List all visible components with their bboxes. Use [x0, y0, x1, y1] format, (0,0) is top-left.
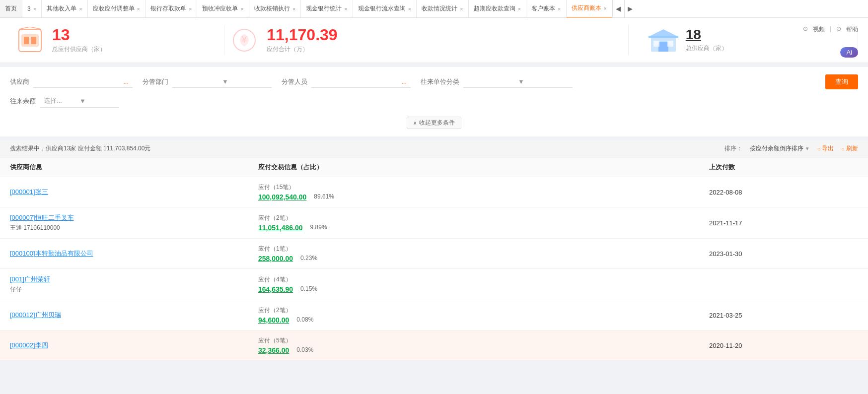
col-header-supplier: 供应商信息: [10, 163, 258, 172]
supplier-cell-1: [000001]张三: [10, 188, 258, 197]
sort-chevron-icon: ▼: [805, 146, 810, 151]
category-select[interactable]: ▼: [463, 76, 573, 88]
nav-tab-3[interactable]: 3 ×: [22, 0, 42, 18]
nav-tab-collect-stat[interactable]: 收款情况统计 ×: [417, 0, 468, 18]
payable-percent-3: 0.23%: [300, 255, 317, 262]
supplier-cell-6: [000002]李四: [10, 341, 258, 350]
collapse-up-icon: ∧: [413, 120, 417, 126]
payable-amount-5[interactable]: 94,600.00: [258, 316, 289, 324]
payable-label-6: 应付（5笔）: [258, 336, 709, 345]
nav-tab-advance-collect[interactable]: 预收冲应收单 ×: [197, 0, 249, 18]
help-link[interactable]: 帮助: [846, 25, 858, 34]
payable-label-4: 应付（4笔）: [258, 275, 709, 284]
department-select[interactable]: ▼: [172, 76, 272, 88]
nav-tab-cash-bank-flow[interactable]: 现金银行流水查询 ×: [353, 0, 417, 18]
filter-category: 往来单位分类 ▼: [421, 76, 573, 88]
supplier-icon: [15, 25, 45, 55]
nav-tab-other-income[interactable]: 其他收入单 ×: [42, 0, 87, 18]
nav-tab-ap-adjustment-close[interactable]: ×: [137, 6, 140, 12]
nav-tab-ap-adjustment[interactable]: 应收应付调整单 ×: [88, 0, 145, 18]
nav-tab-3-label: 3: [27, 5, 31, 12]
person-input[interactable]: [315, 78, 401, 85]
payable-label-3: 应付（1笔）: [258, 245, 709, 253]
balance-chevron-icon: ▼: [79, 97, 115, 105]
stat-amount-number: 11,170.39: [267, 27, 337, 43]
nav-tab-customer-account[interactable]: 客户账本 ×: [526, 0, 566, 18]
stat-amount-label: 应付合计（万）: [267, 45, 337, 54]
category-filter-label: 往来单位分类: [421, 77, 459, 86]
payable-amount-6[interactable]: 32,366.00: [258, 346, 289, 354]
last-payment-2: 2021-11-17: [709, 219, 858, 227]
export-label: 导出: [822, 144, 834, 153]
supplier-link-6[interactable]: [000002]李四: [10, 341, 258, 350]
nav-tab-collect-verify[interactable]: 收款核销执行 ×: [249, 0, 301, 18]
supplier-link-3[interactable]: [000100]本特勤油品有限公司: [10, 249, 258, 258]
nav-next-button[interactable]: ▶: [624, 0, 636, 18]
payable-amount-3[interactable]: 258,000.00: [258, 255, 293, 263]
supplier-link-4[interactable]: [001]广州荣轩: [10, 275, 258, 284]
nav-tab-cash-bank-flow-close[interactable]: ×: [408, 6, 411, 12]
svg-marker-7: [649, 29, 678, 37]
nav-tab-bank-deposit[interactable]: 银行存取款单 ×: [145, 0, 197, 18]
header-stats: 13 总应付供应商（家） ¥ 11,170.39 应付合计（万）: [0, 18, 868, 63]
sort-select[interactable]: 按应付余额倒序排序 ▼: [750, 144, 810, 153]
video-link[interactable]: 视频: [813, 25, 825, 34]
last-payment-1: 2022-08-08: [709, 189, 858, 196]
nav-tab-bank-deposit-close[interactable]: ×: [189, 6, 192, 12]
payable-amount-4[interactable]: 164,635.90: [258, 285, 293, 293]
table-row: [001]广州荣轩 仔仔 应付（4笔） 164,635.90 0.15%: [0, 269, 868, 300]
payable-info-2: 应付（2笔） 11,051,486.00 9.89%: [258, 214, 709, 232]
nav-tab-other-income-close[interactable]: ×: [79, 6, 82, 12]
table-header: 供应商信息 应付交易信息（占比） 上次付数: [0, 158, 868, 177]
balance-select[interactable]: 选择... ▼: [40, 94, 119, 108]
nav-tab-cash-bank-stat-close[interactable]: ×: [344, 6, 347, 12]
results-right: 排序： 按应付余额倒序排序 ▼ ○ 导出 ○ 刷新: [724, 144, 858, 153]
supplier-contact-4: 仔仔: [10, 285, 258, 294]
payable-row-6: 32,366.00 0.03%: [258, 345, 709, 354]
supplier-link-1[interactable]: [000001]张三: [10, 188, 258, 197]
person-dots-button[interactable]: ...: [401, 78, 407, 85]
nav-tab-advance-collect-close[interactable]: ×: [240, 6, 243, 12]
header-links: ⊙ 视频 | ⊙ 帮助: [803, 25, 858, 34]
nav-tab-home[interactable]: 首页: [0, 0, 22, 18]
results-summary: 搜索结果中，供应商13家 应付金额 111,703,854.00元: [10, 144, 150, 153]
export-icon: ○: [817, 146, 821, 152]
last-payment-5: 2021-03-25: [709, 312, 858, 319]
supplier-dots-button[interactable]: ...: [123, 78, 129, 85]
amount-icon: ¥: [229, 25, 259, 55]
nav-tab-collect-verify-close[interactable]: ×: [292, 6, 295, 12]
top-navigation: 首页 3 × 其他收入单 × 应收应付调整单 × 银行存取款单 × 预收冲应收单…: [0, 0, 868, 18]
refresh-button[interactable]: ○ 刷新: [841, 144, 858, 153]
payable-label-5: 应付（2笔）: [258, 306, 709, 315]
payable-info-1: 应付（15笔） 100,092,540.00 89.61%: [258, 183, 709, 201]
payable-percent-6: 0.03%: [296, 346, 313, 353]
nav-prev-button[interactable]: ◀: [612, 0, 624, 18]
nav-tab-3-close[interactable]: ×: [33, 6, 36, 12]
nav-tab-collect-stat-close[interactable]: ×: [460, 6, 463, 12]
refresh-label: 刷新: [846, 144, 858, 153]
nav-tab-supplier-account[interactable]: 供应商账本 ×: [567, 0, 612, 18]
nav-tab-supplier-account-close[interactable]: ×: [604, 5, 607, 11]
category-chevron-icon: ▼: [518, 78, 569, 85]
export-button[interactable]: ○ 导出: [817, 144, 834, 153]
payable-percent-5: 0.08%: [296, 316, 313, 323]
supplier-input[interactable]: [37, 78, 123, 85]
payable-percent-1: 89.61%: [314, 193, 334, 200]
table-row: [000001]张三 应付（15笔） 100,092,540.00 89.61%…: [0, 177, 868, 207]
payable-amount-2[interactable]: 11,051,486.00: [258, 224, 303, 232]
nav-tab-overdue-collect-close[interactable]: ×: [518, 6, 521, 12]
stat-total-label: 总供应商（家）: [686, 44, 727, 53]
payable-row-2: 11,051,486.00 9.89%: [258, 222, 709, 232]
nav-tab-customer-account-close[interactable]: ×: [558, 6, 561, 12]
nav-tab-overdue-collect[interactable]: 超期应收款查询 ×: [469, 0, 526, 18]
query-button[interactable]: 查询: [825, 74, 858, 89]
filter-row-1: 供应商 ... 分管部门 ▼ 分管人员 ... 往来单位分类: [10, 74, 858, 89]
supplier-link-2[interactable]: [000007]恒旺二手叉车: [10, 213, 258, 222]
supplier-link-5[interactable]: [000012]广州贝瑞: [10, 311, 258, 320]
supplier-filter-label: 供应商: [10, 77, 29, 86]
collapse-button-label: 收起更多条件: [419, 119, 455, 127]
payable-amount-1[interactable]: 100,092,540.00: [258, 193, 306, 201]
nav-tab-cash-bank-stat[interactable]: 现金银行统计 ×: [301, 0, 353, 18]
collapse-button[interactable]: ∧ 收起更多条件: [407, 117, 461, 129]
ai-button[interactable]: Ai: [840, 47, 858, 58]
